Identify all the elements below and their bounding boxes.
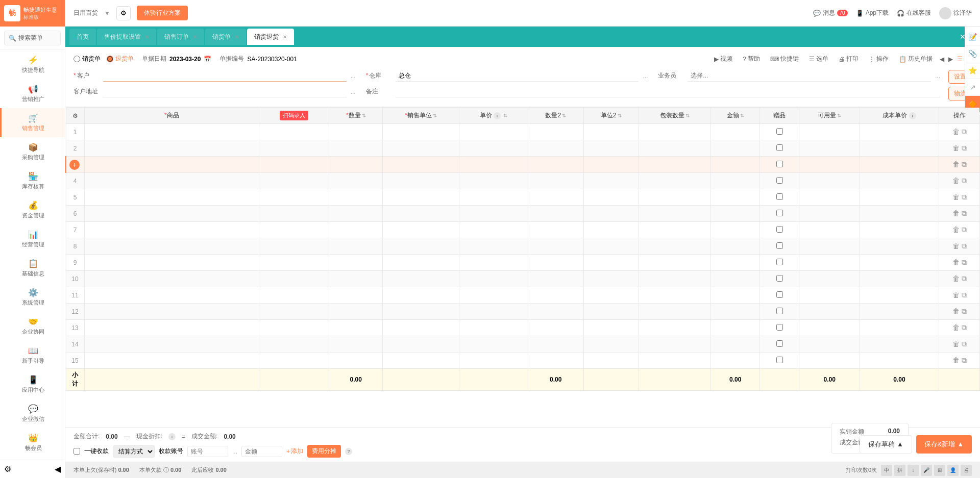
product-cell[interactable] (84, 157, 259, 173)
gift-cell[interactable] (760, 320, 799, 336)
save-new-button[interactable]: 保存&新增 ▲ (916, 435, 972, 454)
gift-checkbox[interactable] (776, 210, 783, 216)
gift-cell[interactable] (760, 189, 799, 206)
tab-close-sale-goods[interactable]: ✕ (235, 34, 239, 40)
sidebar-collapse-icon[interactable]: ◀ (55, 464, 61, 474)
sidebar-item-inventory[interactable]: 🏪 库存核算 (0, 166, 65, 195)
sidebar-item-basic[interactable]: 📋 基础信息 (0, 254, 65, 283)
gift-checkbox[interactable] (776, 128, 783, 135)
radio-sale-goods-input[interactable] (74, 56, 80, 62)
one-key-payment-checkbox[interactable] (74, 448, 80, 455)
tool-down[interactable]: ↓ (908, 465, 919, 476)
payment-method-select[interactable]: 结算方式 (113, 445, 155, 458)
tab-sale-return[interactable]: 销货退货 ✕ (247, 29, 294, 45)
gift-checkbox[interactable] (776, 177, 783, 184)
gift-checkbox[interactable] (776, 340, 783, 347)
copy-row-button[interactable]: ⧉ (961, 322, 968, 333)
gift-cell[interactable] (760, 124, 799, 140)
video-button[interactable]: ▶ 视频 (711, 53, 736, 65)
add-row-button[interactable]: + (69, 160, 80, 170)
gift-cell[interactable] (760, 206, 799, 222)
delete-row-button[interactable]: 🗑 (951, 273, 961, 284)
copy-row-button[interactable]: ⧉ (961, 159, 968, 170)
sidebar-item-member[interactable]: 👑 畅会员 (0, 428, 65, 457)
remark-input[interactable] (396, 86, 940, 97)
gift-cell[interactable] (760, 336, 799, 353)
single-debt-info[interactable]: ⓘ (163, 467, 169, 473)
calendar-icon[interactable]: 📅 (204, 56, 211, 63)
gift-cell[interactable] (760, 157, 799, 173)
print-button[interactable]: 🖨 打印 (836, 53, 862, 65)
right-sidebar-attach[interactable]: 📎 (965, 45, 980, 62)
gift-checkbox[interactable] (776, 275, 783, 282)
th-scan[interactable]: 扫码录入 (259, 108, 329, 124)
delete-row-button[interactable]: 🗑 (951, 257, 961, 267)
sidebar-item-finance[interactable]: 💰 资金管理 (0, 195, 65, 224)
copy-row-button[interactable]: ⧉ (961, 290, 968, 300)
message-button[interactable]: 💬 消息 70 (813, 9, 848, 17)
warehouse-select-dots[interactable]: ... (643, 72, 648, 80)
gift-cell[interactable] (760, 287, 799, 304)
tool-zh[interactable]: 中 (881, 465, 892, 476)
delete-row-button[interactable]: 🗑 (951, 241, 961, 251)
delete-row-button[interactable]: 🗑 (951, 306, 961, 316)
radio-sale-return-input[interactable] (107, 56, 113, 62)
account-dots[interactable]: ... (232, 448, 237, 455)
app-download-button[interactable]: 📱 App下载 (856, 9, 889, 17)
th-quantity[interactable]: *数量 (329, 108, 383, 124)
user-profile-button[interactable]: 徐泽华 (939, 7, 972, 19)
th-quantity2[interactable]: 数量2 (528, 108, 584, 124)
tab-close-sale-order[interactable]: ✕ (193, 34, 197, 40)
tab-sale-goods[interactable]: 销货单 ✕ (205, 29, 246, 45)
copy-row-button[interactable]: ⧉ (961, 224, 968, 235)
gift-checkbox[interactable] (776, 259, 783, 265)
operate-button[interactable]: ⋮ 操作 (866, 53, 892, 65)
sidebar-item-appstore[interactable]: 📱 应用中心 (0, 370, 65, 399)
gift-cell[interactable] (760, 353, 799, 369)
radio-sale-goods[interactable]: 销货单 (74, 55, 101, 63)
gift-checkbox[interactable] (776, 291, 783, 298)
history-button[interactable]: 📋 历史单据 (896, 53, 936, 65)
radio-sale-return[interactable]: 退货单 (107, 55, 134, 63)
gift-checkbox[interactable] (776, 242, 783, 249)
copy-row-button[interactable]: ⧉ (961, 192, 968, 203)
copy-row-button[interactable]: ⧉ (961, 175, 968, 186)
gift-cell[interactable] (760, 222, 799, 238)
customer-select-dots[interactable]: ... (351, 72, 356, 80)
tab-close-sale-return[interactable]: ✕ (283, 34, 287, 40)
copy-row-button[interactable]: ⧉ (961, 143, 968, 154)
gift-checkbox[interactable] (776, 324, 783, 331)
address-select-dots[interactable]: ... (351, 88, 356, 95)
delete-row-button[interactable]: 🗑 (951, 224, 961, 235)
payment-amount-input[interactable] (241, 446, 282, 457)
fees-help-icon[interactable]: ? (345, 448, 352, 455)
gift-cell[interactable] (760, 271, 799, 287)
delete-row-button[interactable]: 🗑 (951, 290, 961, 300)
delete-row-button[interactable]: 🗑 (951, 159, 961, 169)
account-number-input[interactable] (187, 446, 228, 457)
th-settings[interactable]: ⚙ (66, 108, 84, 124)
help-button[interactable]: ? 帮助 (740, 53, 763, 65)
sidebar-item-wechat[interactable]: 💬 企业微信 (0, 399, 65, 428)
copy-row-button[interactable]: ⧉ (961, 127, 968, 137)
gift-cell[interactable] (760, 255, 799, 271)
salesperson-input[interactable] (688, 70, 931, 82)
list-view-icon[interactable]: ☰ (957, 56, 963, 63)
next-record-icon[interactable]: ▶ (948, 56, 953, 63)
copy-row-button[interactable]: ⧉ (961, 273, 968, 284)
tool-user[interactable]: 👤 (947, 465, 959, 476)
delete-row-button[interactable]: 🗑 (951, 355, 961, 365)
customer-input[interactable] (103, 70, 347, 82)
gift-checkbox[interactable] (776, 226, 783, 233)
sidebar-item-enterprise[interactable]: 🤝 企业协同 (0, 312, 65, 341)
unit-price-info-icon[interactable]: i (494, 112, 501, 119)
save-draft-button[interactable]: 保存草稿 ▲ (860, 435, 912, 454)
sidebar-item-quicknav[interactable]: ⚡ 快捷导航 (0, 50, 65, 79)
copy-row-button[interactable]: ⧉ (961, 257, 968, 268)
right-sidebar-notes[interactable]: 📝 (965, 29, 980, 45)
th-amount[interactable]: 金额 (711, 108, 760, 124)
sidebar-item-system[interactable]: ⚙️ 系统管理 (0, 283, 65, 312)
online-service-button[interactable]: 🎧 在线客服 (897, 9, 931, 17)
search-menu-button[interactable]: 🔍 搜索菜单 (4, 31, 61, 45)
cost-price-info-icon[interactable]: i (909, 112, 916, 119)
